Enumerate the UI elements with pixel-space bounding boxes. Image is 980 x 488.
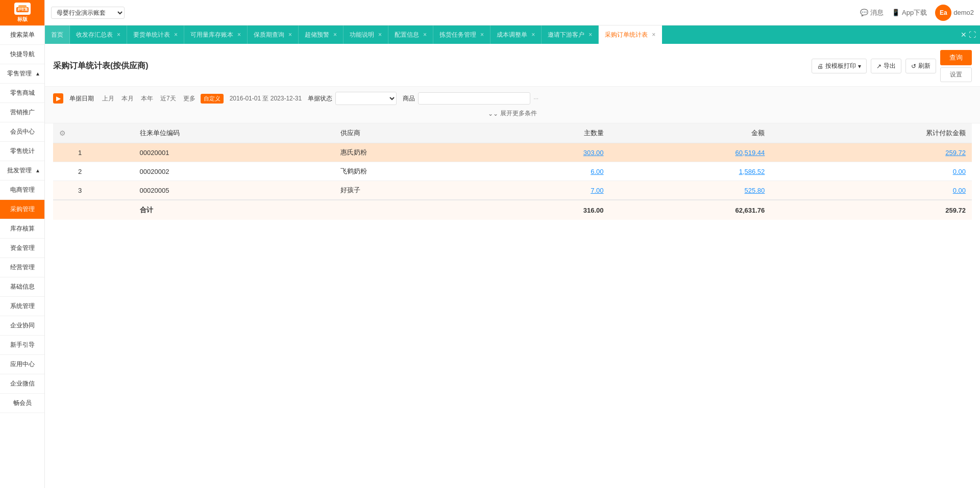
date-custom-btn[interactable]: 自定义: [201, 94, 224, 104]
row-quantity-0[interactable]: 303.00: [484, 143, 609, 162]
sidebar-item-4[interactable]: 营销推广: [0, 103, 44, 122]
sidebar-item-3[interactable]: 零售商城: [0, 84, 44, 103]
row-amount-1[interactable]: 1,586.52: [610, 162, 771, 181]
message-button[interactable]: 💬 消息: [860, 8, 884, 17]
app-logo: 好生意 标版: [0, 0, 44, 25]
row-quantity-1[interactable]: 6.00: [484, 162, 609, 181]
sidebar-item-19[interactable]: 畅会员: [0, 394, 44, 413]
status-filter-select[interactable]: [335, 92, 397, 105]
tab-item-7[interactable]: 配置信息×: [388, 25, 433, 44]
org-selector[interactable]: 母婴行业演示账套: [51, 7, 125, 19]
col-settings[interactable]: ⚙: [53, 123, 72, 143]
tab-close-icon-11[interactable]: ×: [652, 31, 655, 38]
tab-close-icon-8[interactable]: ×: [480, 31, 484, 38]
sidebar-item-5[interactable]: 会员中心: [0, 122, 44, 142]
tab-label-3: 可用量库存账本: [190, 31, 233, 39]
row-paid-2[interactable]: 0.00: [771, 181, 972, 200]
sidebar-item-0[interactable]: 搜索菜单: [0, 25, 44, 45]
sidebar-item-8[interactable]: 电商管理: [0, 181, 44, 200]
tab-label-8: 拣货任务管理: [439, 31, 476, 39]
sidebar-item-label-10: 库存核算: [2, 224, 42, 233]
tab-close-icon-4[interactable]: ×: [288, 31, 292, 38]
row-paid-0[interactable]: 259.72: [771, 143, 972, 162]
sidebar-item-1[interactable]: 快捷导航: [0, 45, 44, 64]
table-row[interactable]: 300020005好孩子7.00525.800.00: [53, 181, 972, 200]
user-profile[interactable]: Ea demo2: [935, 5, 974, 21]
sidebar-item-11[interactable]: 资金管理: [0, 239, 44, 258]
tab-item-8[interactable]: 拣货任务管理×: [433, 25, 491, 44]
date-7days-btn[interactable]: 近7天: [158, 93, 178, 104]
row-amount-0[interactable]: 60,519.44: [610, 143, 771, 162]
tab-item-6[interactable]: 功能说明×: [344, 25, 388, 44]
page-actions: 🖨 按模板打印 ▾ ↗ 导出 ↺ 刷新 查询 设置: [812, 50, 972, 82]
tab-item-3[interactable]: 可用量库存账本×: [184, 25, 248, 44]
row-code-1[interactable]: 00020002: [134, 162, 335, 181]
sidebar-items-container: 搜索菜单快捷导航零售管理▲零售商城营销推广会员中心零售统计批发管理▲电商管理采购…: [0, 25, 44, 413]
tab-close-icon-10[interactable]: ×: [589, 31, 592, 38]
tab-close-icon-5[interactable]: ×: [333, 31, 337, 38]
date-more-btn[interactable]: 更多: [181, 93, 198, 104]
tab-close-icon-6[interactable]: ×: [378, 31, 382, 38]
row-quantity-2[interactable]: 7.00: [484, 181, 609, 200]
table-body: 100020001惠氏奶粉303.0060,519.44259.72200020…: [53, 143, 972, 200]
table-row[interactable]: 200020002飞鹤奶粉6.001,586.520.00: [53, 162, 972, 181]
tab-close-icon-1[interactable]: ×: [117, 31, 120, 38]
tab-label-0: 首页: [51, 31, 63, 39]
row-code-0[interactable]: 00020001: [134, 143, 335, 162]
row-paid-1[interactable]: 0.00: [771, 162, 972, 181]
sidebar-item-15[interactable]: 企业协同: [0, 316, 44, 336]
sidebar-item-16[interactable]: 新手引导: [0, 336, 44, 355]
tab-item-5[interactable]: 超储预警×: [299, 25, 344, 44]
sidebar-item-14[interactable]: 系统管理: [0, 297, 44, 316]
expand-row: ⌄⌄ 展开更多条件: [53, 109, 972, 118]
sidebar-item-label-7: 批发管理: [4, 166, 34, 175]
sidebar-item-6[interactable]: 零售统计: [0, 142, 44, 161]
template-print-button[interactable]: 🖨 按模板打印 ▾: [812, 59, 867, 73]
sidebar-item-label-12: 经营管理: [2, 263, 42, 272]
tab-close-icon-2[interactable]: ×: [174, 31, 178, 38]
close-tab-icon[interactable]: ✕: [961, 31, 967, 39]
sidebar-arrow-icon-7: ▲: [35, 168, 40, 173]
sidebar-item-18[interactable]: 企业微信: [0, 374, 44, 394]
footer-empty-index: [72, 200, 134, 220]
goods-filter-input[interactable]: [418, 92, 530, 105]
tab-close-icon-3[interactable]: ×: [237, 31, 241, 38]
tab-item-0[interactable]: 首页: [45, 25, 70, 44]
query-button[interactable]: 查询: [940, 50, 972, 65]
settings-button[interactable]: 设置: [940, 67, 972, 82]
tab-close-icon-9[interactable]: ×: [531, 31, 535, 38]
tab-item-2[interactable]: 要货单统计表×: [127, 25, 184, 44]
date-last-month-btn[interactable]: 上月: [100, 93, 116, 104]
tab-item-11[interactable]: 采购订单统计表×: [599, 25, 662, 44]
table-container: ⚙ 往来单位编码 供应商 主数量 金额 累计付款金额 100020001惠氏奶粉…: [45, 123, 980, 488]
sidebar-item-12[interactable]: 经营管理: [0, 258, 44, 277]
tab-item-10[interactable]: 邀请下游客户×: [542, 25, 599, 44]
sidebar-item-7[interactable]: 批发管理▲: [0, 161, 44, 181]
sidebar-item-label-3: 零售商城: [2, 89, 42, 97]
table-row[interactable]: 100020001惠氏奶粉303.0060,519.44259.72: [53, 143, 972, 162]
app-download-button[interactable]: 📱 App下载: [892, 8, 927, 17]
sidebar-item-2[interactable]: 零售管理▲: [0, 64, 44, 84]
user-name: demo2: [953, 9, 974, 16]
goods-more-btn[interactable]: ···: [533, 95, 538, 102]
expand-conditions-button[interactable]: ⌄⌄ 展开更多条件: [488, 109, 537, 118]
sidebar-item-9[interactable]: 采购管理: [0, 200, 44, 219]
date-this-month-btn[interactable]: 本月: [119, 93, 136, 104]
tab-item-4[interactable]: 保质期查询×: [248, 25, 299, 44]
date-this-year-btn[interactable]: 本年: [139, 93, 155, 104]
fullscreen-icon[interactable]: ⛶: [969, 31, 976, 39]
refresh-button[interactable]: ↺ 刷新: [905, 59, 936, 73]
sidebar-item-10[interactable]: 库存核算: [0, 219, 44, 239]
tab-close-icon-7[interactable]: ×: [423, 31, 427, 38]
row-amount-2[interactable]: 525.80: [610, 181, 771, 200]
filter-toggle-button[interactable]: ▶: [53, 93, 63, 104]
sidebar-item-17[interactable]: 应用中心: [0, 355, 44, 374]
tab-item-1[interactable]: 收发存汇总表×: [70, 25, 127, 44]
tab-bar-end: ✕ ⛶: [957, 31, 980, 39]
row-index-0: 1: [72, 143, 134, 162]
row-code-2[interactable]: 00020005: [134, 181, 335, 200]
tab-item-9[interactable]: 成本调整单×: [491, 25, 542, 44]
top-bar-right: 💬 消息 📱 App下载 Ea demo2: [860, 5, 974, 21]
sidebar-item-13[interactable]: 基础信息: [0, 277, 44, 297]
export-button[interactable]: ↗ 导出: [871, 59, 901, 73]
